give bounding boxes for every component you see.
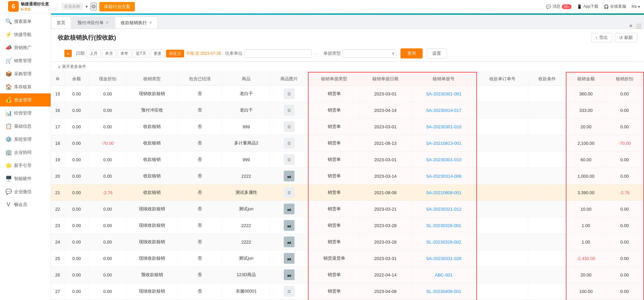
- system-icon: ⚙️: [5, 136, 11, 142]
- maximize-icon[interactable]: ⬜: [636, 23, 641, 29]
- td-verify-doc-date: 2023-04-08: [360, 283, 411, 300]
- doc-type-select[interactable]: [343, 49, 396, 58]
- partner-input[interactable]: [245, 49, 312, 58]
- chevron-down-icon[interactable]: ▾: [86, 4, 88, 9]
- doc-no-link[interactable]: SA-20230314-008: [426, 174, 462, 179]
- td-verify-doc-no: SL-20230408-001: [411, 283, 477, 300]
- refresh-btn[interactable]: ↺ 刷新: [615, 33, 637, 42]
- doc-no-link[interactable]: SA-20230301-010: [426, 157, 462, 162]
- tab-home[interactable]: 首页: [51, 16, 71, 29]
- online-service-btn[interactable]: 🎧 在线客服: [604, 4, 626, 9]
- td-verify-doc-type: 销货单: [308, 201, 360, 217]
- doc-no-link[interactable]: SA-20230301-001: [426, 91, 462, 96]
- td-verify-doc-type: 销货单: [308, 168, 360, 184]
- date-custom[interactable]: 自定义: [166, 50, 184, 57]
- date-last-month[interactable]: 上月: [87, 50, 101, 57]
- th-cash-discount: 现金折扣: [89, 72, 126, 86]
- sidebar-item-quicknav[interactable]: ⚡ 快捷导航: [0, 28, 51, 41]
- sidebar-item-newbie[interactable]: 🌟 新手引导: [0, 159, 51, 172]
- tab-receipt[interactable]: 收款核销执行 ✕: [115, 16, 158, 29]
- table-row: 25 0.00 0.00 现续收款核销 否 测试jun 📷 销货退货单 2023…: [51, 250, 644, 267]
- td-verify-type: 收款核销: [126, 119, 178, 135]
- export-btn[interactable]: ↑ 导出: [591, 33, 612, 42]
- sidebar-item-system[interactable]: ⚙️ 系统管理: [0, 133, 51, 146]
- doc-no-link[interactable]: SA-20230301-010: [426, 124, 462, 129]
- sidebar-item-marketing[interactable]: 📣 营销推广: [0, 41, 51, 54]
- date-this-month[interactable]: 本月: [102, 50, 116, 57]
- sidebar-item-purchase[interactable]: 📦 采购管理: [0, 67, 51, 80]
- doc-no-link[interactable]: ABC-001: [435, 272, 453, 277]
- date-more[interactable]: 更多: [151, 50, 165, 57]
- messages-btn[interactable]: 💬 消息 99+: [546, 4, 572, 9]
- td-goods-img: 🖼: [270, 184, 308, 201]
- mobile-icon: 📱: [577, 4, 582, 9]
- settings-btn[interactable]: 设置: [427, 48, 447, 58]
- td-verify-doc-date: 2023-04-14: [360, 102, 411, 119]
- sidebar-item-sales[interactable]: 🛒 销售管理: [0, 54, 51, 67]
- doc-no-link[interactable]: SL-20230328-002: [426, 240, 461, 245]
- td-verify-doc-type: 销货退货单: [308, 250, 360, 267]
- td-goods: 老白干: [222, 102, 270, 119]
- sidebar-item-base[interactable]: 📋 基础信息: [0, 120, 51, 133]
- sidebar-item-inventory[interactable]: 🏠 库存核算: [0, 80, 51, 93]
- td-no: 25: [51, 250, 64, 267]
- sidebar-item-search[interactable]: 🔍 搜索菜单: [0, 15, 51, 28]
- td-include-settled: 否: [178, 135, 222, 152]
- tab-prepay[interactable]: 预付冲应付单 ✕: [72, 16, 114, 29]
- table-row: 24 0.00 0.00 现续收款核销 否 2222 📷 销货单 2023-03…: [51, 234, 644, 250]
- page-content: 收款核销执行(按收款) ↑ 导出 ↺ 刷新 »: [51, 29, 644, 300]
- date-this-year[interactable]: 本年: [117, 50, 131, 57]
- doc-no-link[interactable]: SL-20230328-001: [426, 223, 461, 228]
- inventory-icon: 🏠: [5, 84, 11, 90]
- td-receipt-cond: [528, 184, 566, 201]
- td-goods-img: 📷: [270, 234, 308, 250]
- td-receipt-cond: [528, 267, 566, 283]
- app-download-btn[interactable]: 📱 App下载: [577, 4, 598, 9]
- doc-no-link[interactable]: SA-20230414-017: [426, 108, 462, 113]
- td-receipt-order-no: [477, 119, 528, 135]
- th-gear[interactable]: ⚙: [51, 72, 64, 86]
- sidebar-item-member[interactable]: V 畅会员: [0, 198, 51, 211]
- partner-more-icon[interactable]: ···: [314, 51, 319, 56]
- td-receipt-order-no: [477, 201, 528, 217]
- td-goods-img: 📷: [270, 267, 308, 283]
- tab-prepay-close[interactable]: ✕: [106, 20, 109, 25]
- sidebar-item-wechat[interactable]: 💬 企业微信: [0, 185, 51, 198]
- user-name[interactable]: Rit ▾: [632, 4, 640, 9]
- doc-no-link[interactable]: SL-20230408-001: [426, 289, 461, 294]
- sidebar-item-finance[interactable]: 💰 资金管理: [0, 93, 51, 106]
- sidebar-item-ops[interactable]: 📊 经营管理: [0, 106, 51, 120]
- close-window-icon[interactable]: ✕: [629, 23, 633, 29]
- date-7days[interactable]: 近7天: [133, 50, 149, 57]
- expand-more-bar: ∨ 展开更多条件: [51, 62, 644, 72]
- tab-receipt-close[interactable]: ✕: [149, 20, 152, 25]
- td-verify-type: 现续收款核销: [126, 234, 178, 250]
- td-goods-img: 🖼: [270, 102, 308, 119]
- doc-no-link[interactable]: SA-20230331-026: [426, 256, 462, 261]
- td-verify-doc-type: 销货单: [308, 86, 360, 102]
- query-btn[interactable]: 查询: [400, 48, 423, 58]
- filter-expand-btn[interactable]: »: [64, 50, 72, 57]
- td-include-settled: 否: [178, 168, 222, 184]
- doc-no-link[interactable]: SA-20210808-001: [426, 190, 462, 195]
- td-include-settled: 否: [178, 86, 222, 102]
- sidebar-item-hardware[interactable]: 🖥️ 智能硬件: [0, 172, 51, 185]
- industry-btn[interactable]: 体验行业方案: [99, 2, 135, 11]
- th-verify-type: 核销类型: [126, 72, 178, 86]
- td-balance: 0.00: [64, 267, 89, 283]
- page-header: 收款核销执行(按收款) ↑ 导出 ↺ 刷新 »: [51, 29, 644, 62]
- product-image-placeholder: 🖼: [284, 154, 294, 165]
- td-goods: 123D商品: [222, 267, 270, 283]
- doc-type-filter-group: 单据类型 ▾: [323, 49, 396, 58]
- expand-more-btn[interactable]: ∨ 展开更多条件: [58, 64, 86, 70]
- doc-no-link[interactable]: SA-20210813-001: [426, 141, 462, 146]
- settings-icon[interactable]: ⚙: [91, 3, 97, 10]
- td-verify-amount: 100.00: [566, 283, 606, 300]
- headset-icon: 🎧: [604, 4, 609, 9]
- td-verify-discount: 0.00: [606, 201, 644, 217]
- hardware-icon: 🖥️: [5, 175, 11, 182]
- sidebar-item-corp[interactable]: 🏢 企业协同: [0, 146, 51, 159]
- doc-no-link[interactable]: SA-20230321-012: [426, 207, 462, 212]
- product-image: 📷: [284, 237, 294, 247]
- product-image: 📷: [284, 171, 294, 181]
